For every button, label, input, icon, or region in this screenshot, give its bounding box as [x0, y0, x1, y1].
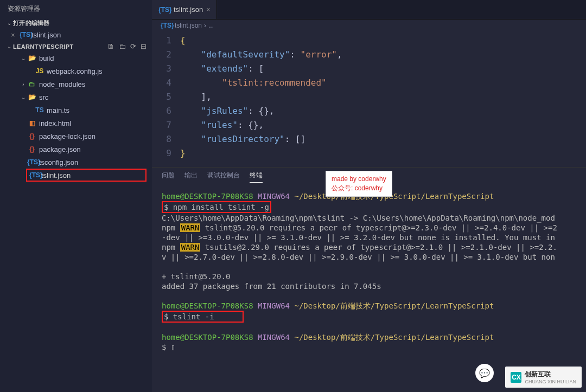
project-header[interactable]: ⌄ LEARNTYPESCRIPT 🗎 🗀 ⟳ ⊟ [0, 41, 152, 52]
code-line[interactable]: "jsRules": {}, [180, 104, 274, 118]
editor-tab[interactable]: {TS} tslint.json × [152, 0, 217, 19]
explorer-title: 资源管理器 [0, 0, 152, 18]
panel-tab-2[interactable]: 调试控制台 [207, 171, 240, 183]
panel-tab-1[interactable]: 输出 [184, 171, 198, 183]
line-number: 3 [152, 62, 180, 76]
close-icon[interactable]: × [11, 31, 20, 39]
tree-item-index-html[interactable]: ◧index.html [7, 117, 152, 130]
corner-logo: CX 创新互联 CHUANG XIN HU LIAN [505, 367, 582, 388]
breadcrumb-separator: › [204, 22, 206, 29]
explorer-sidebar: 资源管理器 ⌄ 打开的编辑器 × {TS} tslint.json ⌄ LEAR… [0, 0, 152, 392]
tree-item-tslint-json[interactable]: {TS}tslint.json [26, 169, 146, 182]
line-number: 6 [152, 104, 180, 118]
logo-mark-icon: CX [511, 372, 521, 383]
file-icon: 📂 [27, 93, 37, 101]
file-icon: 🗀 [27, 80, 37, 88]
file-icon: {TS} [29, 171, 39, 179]
tree-item-label: webpack.config.js [47, 67, 103, 75]
code-editor[interactable]: 1{2 "defaultSeverity": "error",3 "extend… [152, 31, 586, 167]
code-line[interactable]: "rulesDirectory": [] [180, 132, 305, 146]
line-number: 7 [152, 118, 180, 132]
file-icon: {TS} [27, 158, 37, 166]
watermark-box: made by coderwhy 公众号: coderwhy [326, 171, 392, 197]
file-icon: TS [35, 106, 44, 114]
tree-item-webpack-config-js[interactable]: JSwebpack.config.js [7, 65, 152, 78]
editor-tab-label: tslint.json [174, 5, 203, 14]
tree-item-label: index.html [39, 119, 71, 127]
logo-text: 创新互联 [525, 370, 576, 379]
file-icon: {} [27, 132, 37, 140]
tree-item-build[interactable]: ⌄📂build [7, 52, 152, 65]
json-file-icon: {TS} [20, 31, 29, 38]
line-number: 2 [152, 48, 180, 62]
watermark-line2: 公众号: coderwhy [332, 184, 386, 193]
line-number: 8 [152, 132, 180, 146]
json-file-icon: {TS} [161, 22, 170, 29]
tree-item-label: tslint.json [41, 171, 71, 179]
watermark-line1: made by coderwhy [332, 175, 386, 184]
tree-item-main-ts[interactable]: TSmain.ts [7, 104, 152, 117]
tree-item-node-modules[interactable]: ›🗀node_modules [7, 78, 152, 91]
code-line[interactable]: "defaultSeverity": "error", [180, 48, 342, 62]
breadcrumb-item: ... [208, 22, 214, 29]
panel-tab-0[interactable]: 问题 [162, 171, 175, 183]
line-number: 1 [152, 34, 180, 48]
tree-item-label: main.ts [47, 106, 69, 114]
chevron-icon: › [20, 81, 27, 87]
chevron-icon: ⌄ [20, 55, 27, 61]
tree-item-src[interactable]: ⌄📂src [7, 91, 152, 104]
editor-tabbar: {TS} tslint.json × [152, 0, 586, 20]
chevron-down-icon: ⌄ [5, 20, 13, 26]
logo-sub: CHUANG XIN HU LIAN [525, 379, 576, 384]
file-icon: 📂 [27, 54, 37, 62]
tree-item-tsconfig-json[interactable]: {TS}tsconfig.json [7, 156, 152, 169]
file-tree: ⌄📂buildJSwebpack.config.js›🗀node_modules… [0, 52, 152, 182]
code-line[interactable]: { [180, 34, 186, 48]
new-file-icon[interactable]: 🗎 [107, 42, 114, 50]
tree-item-label: tsconfig.json [39, 158, 78, 166]
project-label: LEARNTYPESCRIPT [13, 43, 107, 50]
refresh-icon[interactable]: ⟳ [130, 42, 136, 50]
file-icon: JS [35, 67, 44, 75]
tree-item-label: src [39, 93, 48, 101]
chevron-down-icon: ⌄ [5, 43, 13, 49]
open-editor-item[interactable]: × {TS} tslint.json [0, 28, 152, 41]
chat-bubble-icon[interactable]: 💬 [475, 364, 494, 382]
tree-item-package-lock-json[interactable]: {}package-lock.json [7, 130, 152, 143]
json-file-icon: {TS} [158, 6, 168, 14]
file-icon: ◧ [27, 119, 37, 127]
panel-tab-3[interactable]: 终端 [250, 171, 263, 183]
code-line[interactable]: "tslint:recommended" [180, 76, 327, 90]
tree-item-label: build [39, 54, 54, 62]
code-line[interactable]: } [180, 146, 186, 160]
line-number: 5 [152, 90, 180, 104]
collapse-icon[interactable]: ⊟ [141, 42, 146, 50]
line-number: 4 [152, 76, 180, 90]
open-editor-item-label: tslint.json [31, 31, 61, 39]
breadcrumb[interactable]: {TS} tslint.json › ... [152, 20, 586, 31]
chevron-icon: ⌄ [20, 94, 27, 100]
close-icon[interactable]: × [206, 6, 210, 14]
code-line[interactable]: "extends": [ [180, 62, 264, 76]
line-number: 9 [152, 146, 180, 160]
file-icon: {} [27, 145, 37, 153]
code-line[interactable]: ], [180, 90, 212, 104]
breadcrumb-item: tslint.json [175, 22, 202, 29]
new-folder-icon[interactable]: 🗀 [119, 42, 126, 50]
tree-item-package-json[interactable]: {}package.json [7, 143, 152, 156]
code-line[interactable]: "rules": {}, [180, 118, 264, 132]
tree-item-label: package-lock.json [39, 132, 95, 140]
tree-item-label: node_modules [39, 80, 85, 88]
open-editors-header[interactable]: ⌄ 打开的编辑器 [0, 18, 152, 28]
tree-item-label: package.json [39, 145, 81, 153]
terminal[interactable]: home@DESKTOP-7P08KS8 MINGW64 ~/Desktop/前… [152, 186, 586, 392]
open-editors-label: 打开的编辑器 [13, 19, 146, 27]
